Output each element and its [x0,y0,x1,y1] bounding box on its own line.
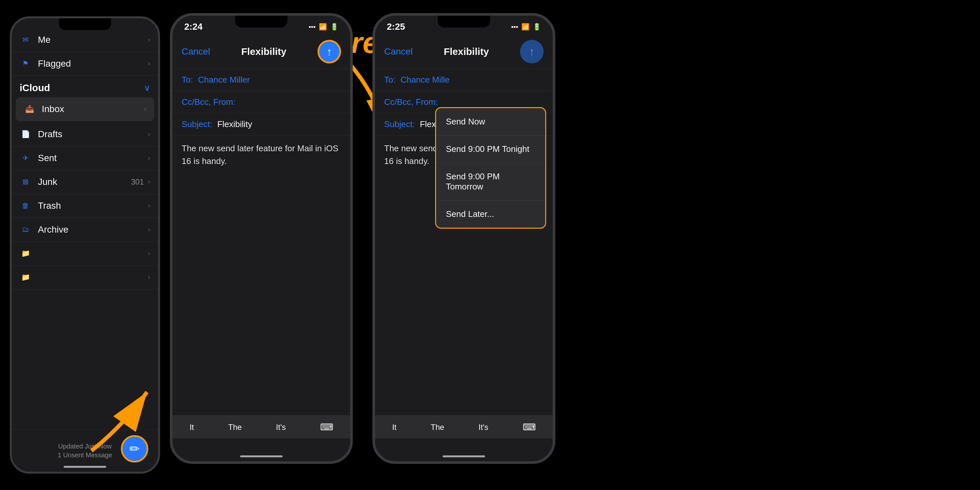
send-later-dropdown: Send Now Send 9:00 PM Tonight Send 9:00 … [435,107,546,229]
to-field-phone3[interactable]: To: Chance Mille [375,69,553,91]
icloud-collapse-icon[interactable]: ∨ [144,83,150,93]
archive-icon: 🗂 [20,224,31,235]
list-item-inbox[interactable]: 📥 Inbox › [16,97,154,121]
compose-header-phone3: Cancel Flexibility ↑ [375,35,553,69]
send-later-item[interactable]: Send Later... [436,200,545,228]
list-item-folder1[interactable]: 📁 › [12,242,158,266]
to-value-phone2: Chance Miller [198,75,250,84]
icloud-title: iCloud [20,82,50,94]
list-item-flagged-label: Flagged [38,59,148,69]
subject-label-phone3: Subject: [384,119,415,129]
arrow-compose-annotation [39,366,150,464]
list-item-drafts[interactable]: 📄 Drafts › [12,123,158,146]
send-tonight-item[interactable]: Send 9:00 PM Tonight [436,135,545,163]
folder-icon: 📁 [20,248,31,259]
cc-field-phone2[interactable]: Cc/Bcc, From: [172,91,350,113]
cc-label-phone2: Cc/Bcc, From: [181,97,235,107]
suggestion-the-phone2[interactable]: The [228,423,242,432]
compose-header-phone2: Cancel Flexibility ↑ [172,35,350,69]
phone3-container: 2:25 ▪▪▪ 📶 🔋 Cancel Flexibility ↑ To: Ch… [372,13,562,477]
suggestion-its-phone2[interactable]: It's [276,423,286,432]
suggestion-it-phone3[interactable]: It [392,423,396,432]
wifi-icon: 📶 [319,23,327,31]
doc-icon: 📄 [20,128,31,140]
status-icons-phone2: ▪▪▪ 📶 🔋 [309,23,339,31]
list-item-me[interactable]: ✉ Me › [12,28,158,52]
notch-phone3 [438,16,490,27]
drafts-label: Drafts [38,129,148,140]
list-item-archive[interactable]: 🗂 Archive › [12,218,158,242]
trash-icon: 🗑 [20,200,31,212]
junk-icon: ⊠ [20,176,31,188]
chevron-icon: › [148,178,150,186]
send-tomorrow-item[interactable]: Send 9:00 PM Tomorrow [436,163,545,200]
cancel-button-phone2[interactable]: Cancel [181,46,210,57]
wifi-icon: 📶 [521,23,530,31]
status-icons-phone3: ▪▪▪ 📶 🔋 [511,23,541,31]
folder-icon: 📁 [20,272,31,283]
list-item-trash[interactable]: 🗑 Trash › [12,194,158,218]
cc-label-phone3: Cc/Bcc, From: [384,97,438,107]
chevron-icon: › [144,105,146,113]
to-label-phone2: To: [181,75,193,84]
keyboard-hide-icon[interactable]: ⌨ [523,422,536,433]
phone1-content: ✉ Me › ⚑ Flagged › iCloud ∨ 📥 Inbox › 📄 [12,18,158,290]
chevron-icon: › [148,273,150,282]
keyboard-suggestions-phone2: It The It's ⌨ [172,415,350,438]
list-item-sent[interactable]: ✈ Sent › [12,146,158,170]
list-item-folder2[interactable]: 📁 › [12,266,158,290]
trash-label: Trash [38,200,148,211]
to-field-phone2[interactable]: To: Chance Miller [172,69,350,91]
paperplane-icon: ✈ [20,152,31,164]
to-value-phone3: Chance Mille [401,75,450,84]
battery-icon: 🔋 [533,23,541,31]
subject-label-phone2: Subject: [181,119,212,129]
envelope-icon: ✉ [20,34,31,46]
cancel-button-phone3[interactable]: Cancel [384,46,412,57]
battery-icon: 🔋 [330,23,339,31]
junk-badge: 301 [131,177,144,186]
list-item-junk[interactable]: ⊠ Junk 301 › [12,170,158,194]
archive-label: Archive [38,224,148,235]
home-indicator-phone2 [240,455,283,457]
list-item-flagged[interactable]: ⚑ Flagged › [12,52,158,76]
suggestion-it-phone2[interactable]: It [189,423,194,432]
chevron-icon: › [148,59,150,68]
notch-phone2 [235,16,288,27]
suggestion-its-phone3[interactable]: It's [479,423,488,432]
icloud-section-header[interactable]: iCloud ∨ [12,76,158,96]
suggestion-the-phone3[interactable]: The [431,423,444,432]
flag-icon: ⚑ [20,58,31,70]
signal-icon: ▪▪▪ [511,23,518,31]
send-button-phone2[interactable]: ↑ [318,40,341,64]
compose-title-phone3: Flexibility [444,46,489,57]
to-label-phone3: To: [384,75,396,84]
subject-field-phone2[interactable]: Subject: Flexibility [172,113,350,135]
sent-label: Sent [38,153,148,163]
chevron-icon: › [148,36,150,44]
home-indicator [64,466,106,468]
send-button-phone3[interactable]: ↑ [520,40,544,64]
chevron-icon: › [148,154,150,162]
send-now-item[interactable]: Send Now [436,108,545,135]
keyboard-hide-icon[interactable]: ⌨ [320,422,333,433]
phone3: 2:25 ▪▪▪ 📶 🔋 Cancel Flexibility ↑ To: Ch… [372,13,555,464]
keyboard-suggestions-phone3: It The It's ⌨ [375,415,553,438]
chevron-icon: › [148,225,150,234]
status-time-phone3: 2:25 [387,22,405,32]
inbox-icon: 📥 [24,103,35,115]
phone2: 2:24 ▪▪▪ 📶 🔋 Cancel Flexibility ↑ To: Ch… [170,13,353,464]
signal-icon: ▪▪▪ [309,23,315,31]
phone2-container: 2:24 ▪▪▪ 📶 🔋 Cancel Flexibility ↑ To: Ch… [170,13,360,477]
list-item-me-label: Me [38,35,148,45]
inbox-label: Inbox [42,104,144,115]
chevron-icon: › [148,130,150,138]
home-indicator-phone3 [442,455,485,457]
chevron-icon: › [148,202,150,210]
chevron-icon: › [148,249,150,258]
compose-body-phone2[interactable]: The new send later feature for Mail in i… [172,135,350,174]
subject-value-phone2: Flexibility [217,119,252,129]
status-time-phone2: 2:24 [184,22,202,32]
junk-label: Junk [38,177,131,187]
compose-title-phone2: Flexibility [241,46,286,57]
